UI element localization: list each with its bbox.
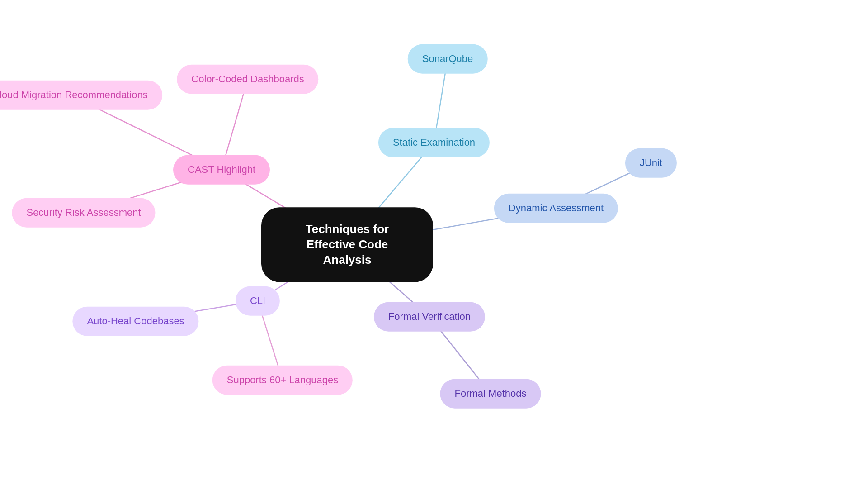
- node-cli: CLI: [236, 286, 280, 316]
- node-security_risk: Security Risk Assessment: [12, 198, 155, 228]
- node-dynamic_assess: Dynamic Assessment: [494, 194, 618, 223]
- mindmap-container: Techniques for Effective Code AnalysisCA…: [0, 0, 868, 490]
- node-cast_highlight: CAST Highlight: [173, 155, 270, 185]
- node-color_coded: Color-Coded Dashboards: [177, 65, 318, 94]
- node-sonarqube: SonarQube: [408, 44, 488, 74]
- node-cloud_migration: Cloud Migration Recommendations: [0, 81, 162, 110]
- connections-svg: [0, 0, 868, 490]
- node-auto_heal: Auto-Heal Codebases: [72, 307, 198, 336]
- node-supports_60: Supports 60+ Languages: [212, 366, 353, 395]
- node-junit: JUnit: [625, 148, 677, 178]
- node-formal_verif: Formal Verification: [374, 302, 485, 332]
- node-center: Techniques for Effective Code Analysis: [261, 207, 433, 282]
- node-formal_methods: Formal Methods: [440, 379, 541, 409]
- node-static_exam: Static Examination: [378, 128, 490, 157]
